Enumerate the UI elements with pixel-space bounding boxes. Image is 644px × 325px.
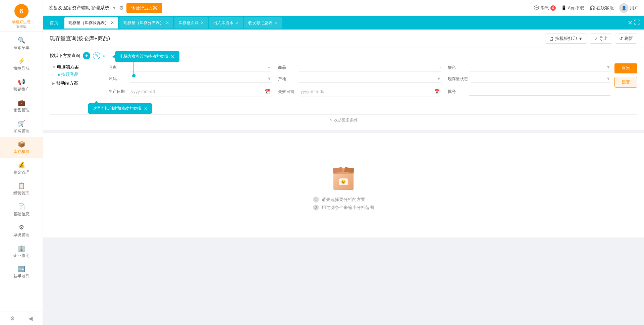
collapse-bar[interactable]: ∧ 收起更多条件 bbox=[50, 114, 637, 126]
gear-icon: ⚙ bbox=[19, 224, 24, 231]
empty-step-1: 1 请先选择要分析的方案 bbox=[313, 197, 374, 203]
tab-collection-summary[interactable]: 收发存汇总表 ✕ bbox=[244, 17, 282, 29]
tab-close-collection-summary[interactable]: ✕ bbox=[274, 20, 278, 25]
scheme-tooltip-close[interactable]: ✕ bbox=[171, 54, 175, 59]
edit-tooltip: 这里可以创建和修改方案哦 ✕ bbox=[88, 103, 152, 114]
scheme-list: ▼ 电脑端方案 ■ 按顾客品 ▶ 移动端方案 bbox=[50, 63, 103, 111]
search-btn[interactable]: 查询 bbox=[614, 63, 637, 73]
desktop-scheme-label: 电脑端方案 bbox=[57, 64, 79, 70]
tab-close-in-out-flow[interactable]: ✕ bbox=[235, 20, 239, 25]
sidebar-item-inventory[interactable]: 📦 库存核算 bbox=[0, 137, 43, 158]
top-header: 装备及固定资产辅助管理系统 ▼ ⚙ 体验行业方案 💬 消息 6 📱 App下载 … bbox=[43, 0, 644, 16]
expire-date-calendar-icon[interactable]: 📅 bbox=[434, 89, 440, 94]
tab-bar: 首页 现存量（库存状况表） ✕ 现存量（库存分布表） ✕ 库存批次账 ✕ 出入库… bbox=[43, 16, 644, 30]
expire-date-input[interactable] bbox=[301, 88, 434, 95]
tab-close-all-btn[interactable]: ✕ bbox=[628, 19, 633, 26]
sidebar-item-operation[interactable]: 📋 经营管理 bbox=[0, 179, 43, 200]
tab-batch-ledger[interactable]: 库存批次账 ✕ bbox=[174, 17, 208, 29]
page-actions: 🖨 按模板打印 ▼ ↗ 导出 ↺ 刷新 bbox=[545, 34, 637, 48]
desktop-item-icon: ■ bbox=[58, 73, 60, 76]
mobile-scheme-label: 移动端方案 bbox=[56, 80, 78, 86]
sidebar-item-guide[interactable]: 🆕 新手引导 bbox=[0, 262, 43, 283]
origin-dropdown-icon: ▼ bbox=[437, 76, 441, 81]
tab-close-inventory-dist[interactable]: ✕ bbox=[166, 20, 169, 25]
tab-close-inventory-status[interactable]: ✕ bbox=[111, 20, 114, 25]
produce-date-input[interactable] bbox=[131, 88, 264, 95]
tab-expand-btn[interactable]: ⛶ bbox=[634, 19, 640, 26]
empty-illustration: 😐 bbox=[327, 160, 360, 190]
stock-qty-max-input[interactable] bbox=[210, 102, 274, 109]
building-icon: 🏢 bbox=[18, 245, 25, 252]
collapse-icon: ∧ bbox=[329, 118, 332, 122]
lightning-icon: ⚡ bbox=[18, 57, 25, 65]
filter-header: 按以下方案查询 + ✎ « 电脑方案可设为移动方案哦 ✕ bbox=[50, 52, 637, 59]
sidebar-item-basic[interactable]: 📄 基础信息 bbox=[0, 200, 43, 220]
cart-icon: 🛒 bbox=[18, 120, 25, 127]
desktop-scheme-item-1[interactable]: ■ 按顾客品 bbox=[58, 71, 103, 78]
print-icon: 🖨 bbox=[549, 36, 554, 41]
warehouse-dots[interactable]: ··· bbox=[268, 65, 271, 70]
system-dropdown-icon[interactable]: ▼ bbox=[112, 5, 116, 10]
sidebar-item-search[interactable]: 🔍 搜索菜单 bbox=[0, 33, 43, 54]
filter-stock-status: 现存量状态 ▼ bbox=[448, 75, 610, 83]
empty-state: 😐 1 请先选择要分析的方案 2 用过滤条件来缩小分析范围 bbox=[43, 133, 644, 237]
filter-origin: 产地 ▼ bbox=[278, 75, 441, 83]
batch-input[interactable] bbox=[469, 88, 610, 96]
tab-inventory-status[interactable]: 现存量（库存状况表） ✕ bbox=[64, 17, 118, 29]
empty-step-2: 2 用过滤条件来缩小分析范围 bbox=[313, 205, 374, 211]
header-gear-btn[interactable]: ⚙ bbox=[119, 5, 124, 11]
industry-btn[interactable]: 体验行业方案 bbox=[126, 3, 162, 13]
goods-dots[interactable]: ··· bbox=[437, 65, 441, 70]
export-icon: ↗ bbox=[594, 36, 598, 41]
filter-add-btn[interactable]: + bbox=[83, 52, 90, 59]
message-action[interactable]: 💬 消息 6 bbox=[534, 5, 556, 11]
tab-inventory-dist[interactable]: 现存量（库存分布表） ✕ bbox=[119, 17, 173, 29]
mobile-scheme-group[interactable]: ▶ 移动端方案 bbox=[52, 79, 103, 87]
tab-close-batch-ledger[interactable]: ✕ bbox=[201, 20, 204, 25]
filter-area: 按以下方案查询 + ✎ « 电脑方案可设为移动方案哦 ✕ bbox=[43, 48, 644, 130]
stock-status-dropdown-icon: ▼ bbox=[606, 76, 610, 81]
filter-goods: 商品 ··· bbox=[278, 63, 441, 71]
filter-warehouse: 仓库 ··· bbox=[109, 63, 271, 71]
tab-home[interactable]: 首页 bbox=[44, 16, 64, 30]
page-content: 现存量查询(按仓库+商品) 🖨 按模板打印 ▼ ↗ 导出 ↺ 刷新 bbox=[43, 30, 644, 325]
refresh-icon: ↺ bbox=[619, 36, 623, 41]
settings-footer-btn[interactable]: ⚙ bbox=[10, 315, 15, 322]
sidebar-item-finance[interactable]: 💰 资金管理 bbox=[0, 158, 43, 179]
export-btn[interactable]: ↗ 导出 bbox=[590, 34, 612, 44]
sidebar-menu: 🔍 搜索菜单 ⚡ 快捷导航 📢 营销推广 💼 销售管理 🛒 采购管理 📦 库存核… bbox=[0, 32, 43, 312]
collapse-sidebar-btn[interactable]: ◀ bbox=[29, 315, 33, 322]
sidebar-item-system[interactable]: ⚙ 系统管理 bbox=[0, 220, 43, 241]
tab-in-out-flow[interactable]: 出入库流水 ✕ bbox=[209, 17, 243, 29]
setting-btn[interactable]: 设置 bbox=[614, 77, 637, 88]
edit-tooltip-close[interactable]: ✕ bbox=[144, 106, 147, 111]
scheme-tooltip-text: 电脑方案可设为移动方案哦 bbox=[120, 54, 168, 59]
filter-expire-date: 失效日期 📅 bbox=[278, 86, 441, 97]
filter-right-buttons: 查询 设置 bbox=[610, 63, 637, 111]
briefcase-icon: 💼 bbox=[18, 99, 25, 106]
filter-batch: 批号 bbox=[448, 86, 610, 97]
sidebar-item-enterprise[interactable]: 🏢 企业协同 bbox=[0, 241, 43, 262]
desktop-scheme-group[interactable]: ▼ 电脑端方案 bbox=[52, 63, 103, 71]
color-dropdown-icon: ▼ bbox=[606, 65, 610, 70]
print-btn[interactable]: 🖨 按模板打印 ▼ bbox=[545, 34, 587, 44]
message-icon: 💬 bbox=[534, 5, 539, 10]
empty-steps: 1 请先选择要分析的方案 2 用过滤条件来缩小分析范围 bbox=[313, 197, 374, 211]
refresh-btn[interactable]: ↺ 刷新 bbox=[615, 34, 637, 44]
filter-fields: 仓库 ··· 商品 ··· bbox=[103, 63, 610, 111]
megaphone-icon: 📢 bbox=[18, 78, 25, 86]
filter-edit-btn[interactable]: ✎ bbox=[93, 52, 100, 59]
filter-produce-date: 生产日期 📅 bbox=[109, 86, 271, 97]
headset-icon: 🎧 bbox=[590, 5, 595, 10]
user-action[interactable]: 👤 用户 bbox=[619, 3, 639, 13]
sidebar-item-sales[interactable]: 💼 销售管理 bbox=[0, 96, 43, 116]
filter-back-btn[interactable]: « bbox=[103, 53, 106, 58]
page-title: 现存量查询(按仓库+商品) bbox=[50, 35, 110, 46]
sidebar-item-quick-nav[interactable]: ⚡ 快捷导航 bbox=[0, 54, 43, 75]
app-download-action[interactable]: 📱 App下载 bbox=[561, 5, 584, 11]
sidebar-item-purchase[interactable]: 🛒 采购管理 bbox=[0, 116, 43, 137]
online-support-action[interactable]: 🎧 在线客服 bbox=[590, 5, 614, 11]
main-area: 装备及固定资产辅助管理系统 ▼ ⚙ 体验行业方案 💬 消息 6 📱 App下载 … bbox=[43, 0, 644, 325]
sidebar-item-marketing[interactable]: 📢 营销推广 bbox=[0, 75, 43, 96]
produce-date-calendar-icon[interactable]: 📅 bbox=[264, 89, 270, 94]
